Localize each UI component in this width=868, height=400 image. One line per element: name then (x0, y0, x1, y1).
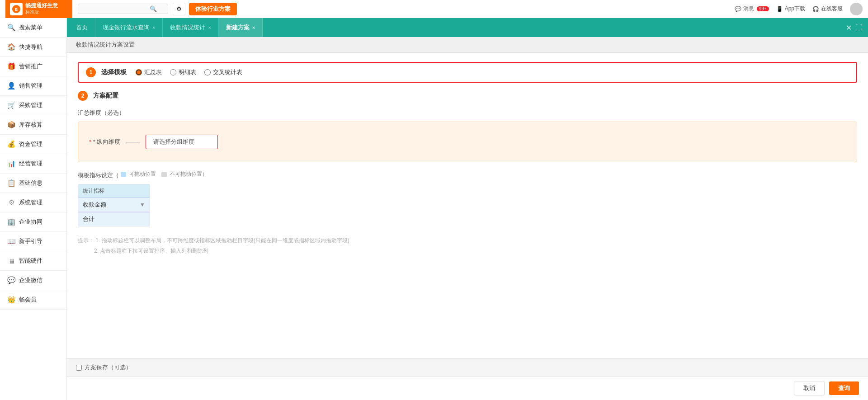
radio-summary[interactable]: 汇总表 (136, 68, 162, 76)
logo-area: B 畅捷通好生意 标准版 (5, 0, 72, 18)
tab-bar-actions: ✕ ⛶ (846, 24, 866, 32)
radio-detail-label: 明细表 (179, 68, 196, 76)
svg-text:B: B (15, 7, 18, 12)
step2-header-row: 2 方案配置 (78, 91, 857, 101)
sidebar-item-basic[interactable]: 📋 基础信息 (0, 174, 66, 193)
close-window-icon[interactable]: ✕ (846, 24, 852, 32)
sidebar-label-basic: 基础信息 (19, 179, 42, 187)
sidebar-label-member: 畅会员 (19, 296, 37, 304)
sidebar-label-search: 搜索菜单 (19, 24, 42, 32)
sidebar-item-guide[interactable]: 📖 新手引导 (0, 232, 66, 251)
crown-icon: 👑 (7, 296, 15, 304)
package-icon: 📦 (7, 121, 15, 129)
stats-label: 统计指标 (83, 188, 104, 194)
logo-sub: 标准版 (25, 9, 58, 15)
step1-box: 1 选择模板 汇总表 明细表 交叉统计表 (78, 62, 857, 83)
page-title: 收款情况统计方案设置 (76, 41, 135, 48)
radio-cross-label: 交叉统计表 (213, 68, 242, 76)
search-input[interactable] (82, 6, 150, 12)
page-footer: 方案保存（可选） (67, 358, 868, 376)
arrow-icon: —— (126, 138, 140, 146)
vertical-dimension-label: * * 纵向维度 (89, 138, 120, 146)
tab-cash-flow[interactable]: 现金银行流水查询 × (95, 18, 163, 37)
tab-bar: 首页 现金银行流水查询 × 收款情况统计 × 新建方案 × ✕ ⛶ (67, 18, 868, 37)
sidebar-label-inventory: 库存核算 (19, 121, 42, 129)
save-option-label[interactable]: 方案保存（可选） (76, 363, 132, 372)
sidebar-item-sales[interactable]: 👤 销售管理 (0, 76, 66, 96)
trial-button[interactable]: 体验行业方案 (189, 3, 237, 15)
sidebar-label-hardware: 智能硬件 (19, 257, 42, 265)
avatar[interactable] (850, 3, 863, 15)
radio-summary-label: 汇总表 (144, 68, 162, 76)
search-icon: 🔍 (150, 5, 157, 12)
logo-text: 畅捷通好生意 (25, 2, 58, 9)
tab-new-plan-close[interactable]: × (252, 25, 255, 30)
dimension-area: * * 纵向维度 —— 请选择分组维度 (78, 122, 857, 162)
sidebar-item-nav[interactable]: 🏠 快捷导航 (0, 38, 66, 57)
sidebar-item-wechat[interactable]: 💬 企业微信 (0, 271, 66, 290)
header-search-area: 🔍 (78, 4, 168, 14)
dropdown-icon[interactable]: ▼ (140, 202, 145, 208)
movable-label: 可拖动位置 (129, 170, 156, 178)
radio-summary-input[interactable] (136, 69, 142, 75)
tip2-text: 2. 点击标题栏下拉可设置排序、插入列和删除列 (78, 246, 857, 256)
template-radio-group: 汇总表 明细表 交叉统计表 (136, 68, 242, 76)
tab-new-plan[interactable]: 新建方案 × (219, 18, 263, 37)
message-button[interactable]: 💬 消息 99+ (735, 5, 769, 13)
sidebar-item-search[interactable]: 🔍 搜索菜单 (0, 18, 66, 38)
settings-button[interactable]: ⚙ (173, 3, 185, 15)
tab-home[interactable]: 首页 (69, 18, 95, 37)
logo-icon: B (10, 3, 23, 15)
metrics-header[interactable]: 收款金额 ▼ (78, 198, 150, 212)
sidebar-item-marketing[interactable]: 🎁 营销推广 (0, 57, 66, 76)
radio-cross[interactable]: 交叉统计表 (204, 68, 242, 76)
movable-legend-dot (121, 172, 126, 177)
sidebar-label-enterprise: 企业协同 (19, 218, 42, 226)
fixed-label: 不可拖动位置） (170, 170, 208, 178)
select-dimension-button[interactable]: 请选择分组维度 (146, 135, 218, 149)
step1-circle: 1 (86, 67, 96, 77)
save-option-text: 方案保存（可选） (85, 363, 132, 372)
service-button[interactable]: 🎧 在线客服 (812, 5, 843, 13)
sidebar-item-inventory[interactable]: 📦 库存核算 (0, 115, 66, 135)
tab-receipt-stats[interactable]: 收款情况统计 × (163, 18, 218, 37)
search-menu-icon: 🔍 (7, 24, 15, 32)
save-option-checkbox[interactable] (76, 365, 82, 371)
tips-section: 提示： 1. 拖动标题栏可以调整布局，不可跨维度或指标区域拖动栏目字段(只能在同… (78, 236, 857, 256)
sidebar-item-system[interactable]: ⚙ 系统管理 (0, 193, 66, 212)
sidebar-item-operations[interactable]: 📊 经营管理 (0, 154, 66, 174)
info-icon: 📋 (7, 179, 15, 187)
sidebar-item-purchase[interactable]: 🛒 采购管理 (0, 96, 66, 115)
message-icon: 💬 (735, 6, 741, 12)
radio-detail[interactable]: 明细表 (170, 68, 196, 76)
sidebar-label-finance: 资金管理 (19, 140, 42, 148)
sidebar-label-wechat: 企业微信 (19, 276, 42, 284)
metrics-section: 模板指标设定（ 可拖动位置 不可拖动位置） 统计指标 (78, 170, 857, 228)
sidebar-item-member[interactable]: 👑 畅会员 (0, 290, 66, 310)
settings-icon: ⚙ (7, 198, 15, 207)
message-badge: 99+ (757, 6, 769, 11)
tab-new-plan-label: 新建方案 (226, 24, 250, 32)
sidebar-item-hardware[interactable]: 🖥 智能硬件 (0, 251, 66, 271)
header-right: 💬 消息 99+ 📱 App下载 🎧 在线客服 (735, 3, 863, 15)
radio-cross-input[interactable] (204, 69, 211, 75)
book-icon: 📖 (7, 237, 15, 245)
sidebar-item-finance[interactable]: 💰 资金管理 (0, 135, 66, 154)
gear-icon: ⚙ (176, 5, 182, 12)
tab-cash-flow-close[interactable]: × (152, 25, 155, 30)
radio-detail-input[interactable] (170, 69, 176, 75)
sidebar-label-purchase: 采购管理 (19, 101, 42, 109)
building-icon: 🏢 (7, 218, 15, 226)
sidebar-item-enterprise[interactable]: 🏢 企业协同 (0, 212, 66, 232)
expand-window-icon[interactable]: ⛶ (855, 24, 863, 32)
headset-icon: 🎧 (812, 6, 819, 12)
download-button[interactable]: 📱 App下载 (776, 5, 805, 13)
download-icon: 📱 (776, 6, 783, 12)
tab-home-label: 首页 (76, 24, 88, 32)
query-button[interactable]: 查询 (829, 381, 859, 395)
sidebar-label-system: 系统管理 (19, 198, 42, 207)
cancel-button[interactable]: 取消 (794, 381, 825, 395)
step2-circle: 2 (78, 91, 88, 101)
tab-receipt-stats-close[interactable]: × (208, 25, 211, 30)
step2-section: 2 方案配置 汇总维度（必选） * * 纵向维度 —— 请选择分组维度 (78, 91, 857, 256)
